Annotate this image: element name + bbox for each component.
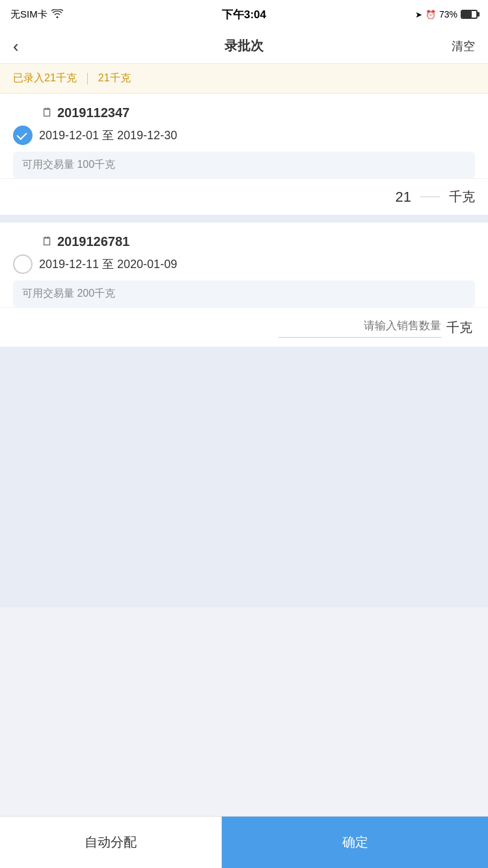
info-banner: 已录入21千克 21千克 xyxy=(0,64,488,94)
bottom-bar: 自动分配 确定 xyxy=(0,816,488,868)
batch1-header: 🗒 2019112347 xyxy=(13,105,475,120)
batch1-date: 2019-12-01 至 2019-12-30 xyxy=(39,128,177,143)
status-left: 无SIM卡 xyxy=(10,8,63,21)
battery-icon xyxy=(461,10,478,19)
batch1-date-row[interactable]: 2019-12-01 至 2019-12-30 xyxy=(13,126,475,145)
section-divider xyxy=(0,215,488,223)
batch2-radio[interactable] xyxy=(13,254,33,274)
batch1-quantity-value: 21 xyxy=(396,189,411,206)
clear-button[interactable]: 清空 xyxy=(452,38,475,54)
doc-icon-2: 🗒 xyxy=(42,235,53,249)
batch2-availability: 可用交易量 200千克 xyxy=(13,280,475,307)
batch2-quantity-row: 千克 xyxy=(0,307,488,347)
alarm-icon: ⏰ xyxy=(426,10,436,20)
batch2-unit: 千克 xyxy=(446,319,472,336)
batch-card-2: 🗒 2019126781 2019-12-11 至 2020-01-09 可用交… xyxy=(0,223,488,307)
carrier-label: 无SIM卡 xyxy=(10,8,47,21)
batch-card-1: 🗒 2019112347 2019-12-01 至 2019-12-30 可用交… xyxy=(0,94,488,178)
page-title: 录批次 xyxy=(224,37,264,55)
quantity-input-wrapper: 千克 xyxy=(13,317,475,338)
nav-bar: ‹ 录批次 清空 xyxy=(0,29,488,64)
batch2-date-row[interactable]: 2019-12-11 至 2020-01-09 xyxy=(13,254,475,274)
status-bar: 无SIM卡 下午3:04 ➤ ⏰ 73% xyxy=(0,0,488,29)
batch1-availability: 可用交易量 100千克 xyxy=(13,152,475,178)
battery-label: 73% xyxy=(439,9,457,20)
auto-distribute-button[interactable]: 自动分配 xyxy=(0,817,222,868)
batch2-date: 2019-12-11 至 2020-01-09 xyxy=(39,256,177,272)
batch1-id: 2019112347 xyxy=(57,105,129,120)
status-right: ➤ ⏰ 73% xyxy=(415,9,478,20)
quantity-input[interactable] xyxy=(278,317,441,338)
batch2-header: 🗒 2019126781 xyxy=(13,234,475,249)
batch1-radio[interactable] xyxy=(13,126,33,145)
empty-area xyxy=(0,347,488,607)
batch2-id: 2019126781 xyxy=(57,234,129,249)
doc-icon-1: 🗒 xyxy=(42,106,53,120)
recorded-value: 21千克 xyxy=(98,72,131,85)
wifi-icon xyxy=(51,9,63,20)
quantity-input-container[interactable] xyxy=(278,317,441,338)
info-divider xyxy=(87,73,88,85)
back-button[interactable]: ‹ xyxy=(13,38,19,55)
status-time: 下午3:04 xyxy=(222,7,266,22)
batch1-quantity-row: 21 千克 xyxy=(0,178,488,215)
confirm-button[interactable]: 确定 xyxy=(222,817,488,868)
batch1-quantity-unit: 千克 xyxy=(449,188,475,206)
location-icon: ➤ xyxy=(415,10,422,20)
recorded-label: 已录入21千克 xyxy=(13,72,77,85)
